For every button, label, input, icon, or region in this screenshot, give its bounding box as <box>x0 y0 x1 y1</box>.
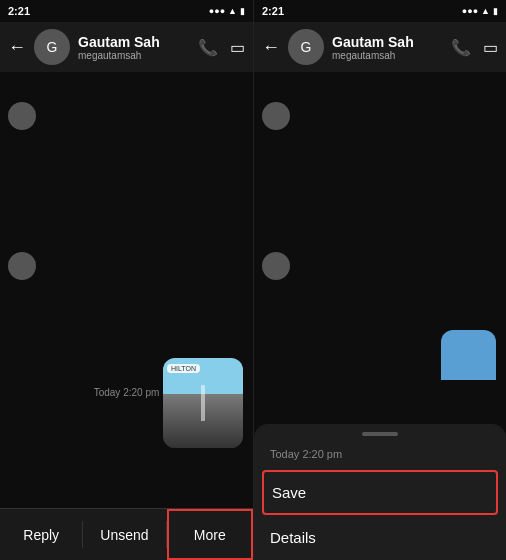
status-time-left: 2:21 <box>8 5 30 17</box>
battery-icon-right: ▮ <box>493 6 498 16</box>
contact-name-right: Gautam Sah <box>332 34 443 50</box>
unsend-button[interactable]: Unsend <box>83 509 165 560</box>
contact-handle-left: megautamsah <box>78 50 190 61</box>
image-label: HILTON <box>167 364 200 373</box>
contact-handle-right: megautamsah <box>332 50 443 61</box>
road-image-content: HILTON <box>163 358 243 448</box>
contact-name-left: Gautam Sah <box>78 34 190 50</box>
wifi-icon-right: ▲ <box>481 6 490 16</box>
avatar-left: G <box>34 29 70 65</box>
status-icons-right: ●●● ▲ ▮ <box>462 6 498 16</box>
chat-area-left: Today 2:20 pm HILTON <box>0 72 253 508</box>
wifi-icon: ▲ <box>228 6 237 16</box>
chat-avatar-top-left <box>8 102 36 130</box>
more-button[interactable]: More <box>167 509 253 560</box>
right-img-content <box>441 330 496 380</box>
chat-avatar-bottom-right <box>262 252 290 280</box>
save-sheet-item[interactable]: Save <box>262 470 498 515</box>
back-button-right[interactable]: ← <box>262 37 280 58</box>
header-right: ← G Gautam Sah megautamsah 📞 ▭ <box>254 22 506 72</box>
back-button-left[interactable]: ← <box>8 37 26 58</box>
header-left: ← G Gautam Sah megautamsah 📞 ▭ <box>0 22 253 72</box>
chat-avatar-bottom-left <box>8 252 36 280</box>
action-bar-left: Reply Unsend More <box>0 508 253 560</box>
road-center-line <box>201 385 205 421</box>
battery-icon: ▮ <box>240 6 245 16</box>
signal-icon-right: ●●● <box>462 6 478 16</box>
status-time-right: 2:21 <box>262 5 284 17</box>
reply-button[interactable]: Reply <box>0 509 82 560</box>
bottom-sheet: Today 2:20 pm Save Details <box>254 424 506 560</box>
header-actions-left: 📞 ▭ <box>198 38 245 57</box>
avatar-right: G <box>288 29 324 65</box>
video-icon-left[interactable]: ▭ <box>230 38 245 57</box>
status-bar-left: 2:21 ●●● ▲ ▮ <box>0 0 253 22</box>
status-bar-right: 2:21 ●●● ▲ ▮ <box>254 0 506 22</box>
left-screen: 2:21 ●●● ▲ ▮ ← G Gautam Sah megautamsah … <box>0 0 253 560</box>
video-icon-right[interactable]: ▭ <box>483 38 498 57</box>
signal-icon: ●●● <box>209 6 225 16</box>
contact-info-left: Gautam Sah megautamsah <box>78 34 190 61</box>
sheet-timestamp: Today 2:20 pm <box>254 448 506 470</box>
status-icons-left: ●●● ▲ ▮ <box>209 6 245 16</box>
right-screen: 2:21 ●●● ▲ ▮ ← G Gautam Sah megautamsah … <box>253 0 506 560</box>
header-actions-right: 📞 ▭ <box>451 38 498 57</box>
phone-icon-left[interactable]: 📞 <box>198 38 218 57</box>
contact-info-right: Gautam Sah megautamsah <box>332 34 443 61</box>
message-image-left[interactable]: HILTON <box>163 358 243 448</box>
chat-avatar-top-right <box>262 102 290 130</box>
sheet-handle <box>362 432 398 436</box>
details-sheet-item[interactable]: Details <box>254 515 506 560</box>
message-image-right-partial <box>441 330 496 380</box>
phone-icon-right[interactable]: 📞 <box>451 38 471 57</box>
